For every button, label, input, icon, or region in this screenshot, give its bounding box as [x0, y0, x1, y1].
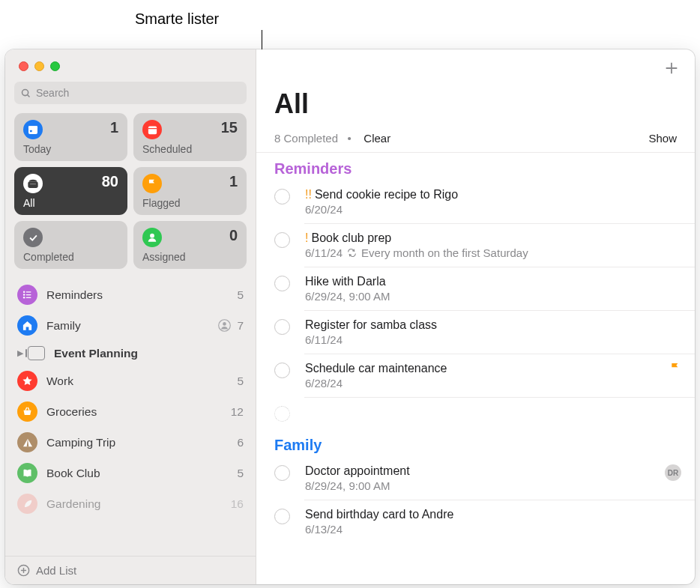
smart-label: Assigned	[142, 251, 238, 263]
smart-label: All	[23, 197, 118, 209]
completed-bar: 8 Completed • Clear Show	[256, 124, 695, 152]
zoom-window[interactable]	[50, 61, 60, 71]
completed-icon	[23, 228, 43, 247]
section-title: Reminders	[256, 153, 695, 181]
reminder-subtitle: 8/29/24, 9:00 AM	[305, 479, 659, 492]
new-reminder-placeholder[interactable]	[256, 398, 695, 429]
reminder-item[interactable]: Register for samba class6/11/24	[256, 311, 695, 354]
complete-toggle[interactable]	[274, 406, 290, 422]
shared-icon	[218, 319, 231, 332]
dot: •	[348, 132, 351, 145]
complete-toggle[interactable]	[274, 232, 290, 248]
page-title: All	[274, 88, 677, 120]
smart-label: Today	[23, 143, 118, 155]
annotation-label: Smarte lister	[135, 10, 219, 28]
reminder-title: Send cookie recipe to Rigo	[315, 188, 458, 201]
reminder-item[interactable]: Doctor appointment8/29/24, 9:00 AMDR	[256, 457, 695, 500]
minimize-window[interactable]	[34, 61, 44, 71]
folder-icon	[28, 346, 45, 360]
list-row-bookclub[interactable]: Book Club5	[10, 458, 251, 488]
add-list-label: Add List	[36, 564, 76, 577]
list-row-evplanning[interactable]: ▶Event Planning	[10, 341, 251, 366]
list-label: Reminders	[46, 288, 237, 302]
clear-button[interactable]: Clear	[363, 132, 390, 145]
list-label: Book Club	[46, 467, 237, 480]
list-row-reminders[interactable]: Reminders5	[10, 279, 251, 310]
list-row-work[interactable]: Work5	[10, 366, 251, 396]
leaf-icon	[17, 494, 37, 514]
reminder-subtitle: 6/11/24 Every month on the first Saturda…	[305, 246, 681, 259]
smart-card-completed[interactable]: Completed	[14, 221, 127, 269]
svg-point-12	[23, 294, 25, 296]
svg-rect-15	[26, 297, 31, 298]
svg-rect-4	[30, 130, 32, 133]
reminder-subtitle: 6/20/24	[305, 203, 681, 216]
list-label: Groceries	[46, 405, 231, 419]
add-list-button[interactable]: Add List	[5, 556, 256, 584]
smart-card-today[interactable]: 1Today	[14, 113, 127, 161]
reminder-title: Send birthday card to Andre	[305, 508, 453, 521]
chevron-right-icon: ▶	[17, 348, 23, 358]
reminder-item[interactable]: Send birthday card to Andre6/13/24	[256, 500, 695, 543]
reminder-subtitle: 6/11/24	[305, 333, 681, 346]
star-icon	[17, 371, 37, 391]
svg-rect-13	[26, 294, 31, 295]
complete-toggle[interactable]	[274, 363, 290, 378]
svg-point-17	[223, 322, 227, 326]
svg-point-10	[23, 291, 25, 294]
reminder-title: Hike with Darla	[305, 275, 386, 288]
svg-point-14	[23, 297, 25, 299]
reminder-item[interactable]: Hike with Darla6/29/24, 9:00 AM	[256, 267, 695, 310]
svg-point-9	[150, 234, 154, 238]
svg-rect-5	[148, 126, 156, 134]
home-icon	[17, 315, 37, 336]
svg-rect-11	[26, 291, 31, 292]
reminder-item[interactable]: !! Send cookie recipe to Rigo6/20/24	[256, 181, 695, 223]
reminders-content[interactable]: Reminders!! Send cookie recipe to Rigo6/…	[256, 152, 695, 584]
show-button[interactable]: Show	[648, 132, 677, 145]
smart-card-scheduled[interactable]: 15Scheduled	[133, 113, 247, 161]
tent-icon	[17, 432, 37, 452]
book-icon	[17, 463, 37, 483]
complete-toggle[interactable]	[274, 319, 290, 335]
reminder-item[interactable]: ! Book club prep6/11/24 Every month on t…	[256, 224, 695, 267]
new-reminder-button[interactable]	[663, 60, 680, 76]
repeat-icon	[347, 248, 357, 258]
search-input[interactable]: Search	[14, 82, 247, 104]
toolbar	[256, 49, 695, 76]
smart-count: 80	[102, 173, 118, 190]
list-count: 7	[237, 319, 244, 333]
close-window[interactable]	[19, 61, 28, 71]
list-row-camping[interactable]: Camping Trip6	[10, 427, 251, 458]
list-count: 5	[237, 467, 244, 480]
reminder-item[interactable]: Schedule car maintenance6/28/24	[256, 354, 695, 397]
assigned-icon	[142, 228, 162, 247]
reminder-subtitle: 6/13/24	[305, 523, 681, 536]
complete-toggle[interactable]	[274, 509, 290, 524]
svg-line-1	[28, 94, 30, 97]
plus-circle-icon	[17, 564, 30, 577]
list-label: Event Planning	[54, 347, 244, 360]
sidebar: Search 1Today15Scheduled80All1FlaggedCom…	[5, 49, 256, 584]
list-label: Work	[46, 375, 237, 388]
list-count: 16	[231, 497, 244, 511]
list-row-gardening[interactable]: Gardening16	[10, 488, 251, 519]
smart-count: 15	[221, 119, 238, 136]
list-row-groceries[interactable]: Groceries12	[10, 396, 251, 427]
list-label: Family	[46, 319, 218, 333]
list-row-family[interactable]: Family7	[10, 310, 251, 341]
smart-count: 1	[229, 173, 238, 190]
priority-icon: !!	[305, 188, 312, 201]
svg-rect-3	[28, 126, 37, 128]
smart-card-all[interactable]: 80All	[14, 167, 127, 215]
main-header: All	[256, 76, 695, 124]
complete-toggle[interactable]	[274, 189, 290, 204]
reminder-title: Register for samba class	[305, 318, 437, 332]
smart-card-flagged[interactable]: 1Flagged	[133, 167, 247, 215]
complete-toggle[interactable]	[274, 465, 290, 481]
reminder-title: Book club prep	[311, 231, 391, 245]
section-title: Family	[256, 429, 695, 457]
complete-toggle[interactable]	[274, 276, 290, 291]
today-icon	[23, 120, 43, 139]
smart-card-assigned[interactable]: 0Assigned	[133, 221, 247, 269]
